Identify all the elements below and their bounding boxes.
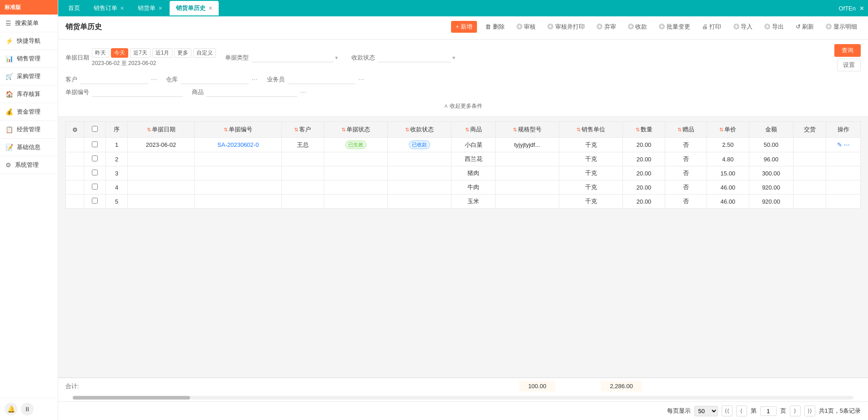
th-collect-status[interactable]: ⇅收款状态 — [388, 122, 452, 138]
export-button[interactable]: ◎ 导出 — [761, 21, 788, 33]
close-window-btn[interactable]: ✕ — [859, 5, 864, 12]
batch-change-button[interactable]: ◎ 批量变更 — [655, 21, 694, 33]
collect-button[interactable]: ◎ 收款 — [624, 21, 651, 33]
row-checkbox[interactable] — [92, 155, 98, 161]
customer-input[interactable] — [80, 75, 148, 84]
th-settings[interactable]: ⚙ — [66, 122, 84, 138]
next-page-btn[interactable]: ⟩ — [790, 405, 801, 416]
nav-tab-sales-history[interactable]: 销货单历史 ✕ — [170, 1, 219, 15]
th-price[interactable]: ⇅单价 — [707, 122, 749, 138]
staff-dots[interactable]: ··· — [358, 75, 364, 84]
cell-actions: ✎⋯ — [826, 138, 861, 152]
date-btn-more[interactable]: 更多 — [174, 48, 191, 58]
cell-spec — [495, 152, 559, 166]
row-checkbox[interactable] — [92, 170, 98, 175]
doc-type-input[interactable] — [251, 53, 333, 62]
th-goods[interactable]: ⇅商品 — [452, 122, 495, 138]
cell-goods: 牛肉 — [452, 180, 495, 195]
nav-tab-sales-goods[interactable]: 销货单 ✕ — [131, 1, 169, 15]
close-sales-order-tab[interactable]: ✕ — [120, 5, 124, 11]
page-size-select[interactable]: 50 10 20 100 — [694, 406, 718, 416]
sidebar-item-base-info[interactable]: 📝 基础信息 — [0, 139, 58, 156]
show-detail-button[interactable]: ◎ 显示明细 — [822, 21, 861, 33]
row-checkbox[interactable] — [92, 198, 98, 204]
refresh-button[interactable]: ↺ 刷新 — [792, 21, 818, 33]
collect-status-input[interactable] — [378, 53, 451, 62]
sidebar-item-purchase-mgmt[interactable]: 🛒 采购管理 — [0, 68, 58, 85]
prev-page-btn[interactable]: ⟨ — [736, 405, 747, 416]
sidebar-item-quick-nav[interactable]: ⚡ 快捷导航 — [0, 32, 58, 50]
select-all-checkbox[interactable] — [92, 126, 98, 132]
audit-button[interactable]: ◎ 审核 — [513, 21, 540, 33]
doc-no-input[interactable] — [92, 88, 183, 97]
last-page-btn[interactable]: ⟩⟩ — [804, 405, 815, 416]
first-page-btn[interactable]: ⟨⟨ — [722, 405, 733, 416]
date-btn-7days[interactable]: 近7天 — [130, 48, 151, 58]
query-button[interactable]: 查询 — [834, 44, 861, 57]
total-records: 共1页，5条记录 — [819, 407, 861, 415]
date-btn-today[interactable]: 今天 — [111, 48, 128, 58]
audit-print-button[interactable]: ◎ 审核并打印 — [544, 21, 588, 33]
doc-no-link[interactable]: SA-20230602-0 — [217, 141, 259, 148]
edit-action[interactable]: ✎ — [837, 141, 842, 148]
th-customer[interactable]: ⇅客户 — [282, 122, 324, 138]
ops-mgmt-icon: 📋 — [5, 126, 13, 133]
date-btn-custom[interactable]: 自定义 — [193, 48, 216, 58]
goods-input[interactable] — [206, 88, 297, 97]
cell-checkbox[interactable] — [84, 138, 106, 152]
date-btn-yesterday[interactable]: 昨天 — [92, 48, 109, 58]
cell-collect-status — [388, 195, 452, 209]
notification-btn[interactable]: 🔔 — [5, 403, 17, 415]
cell-doc-date — [128, 195, 195, 209]
warehouse-dots[interactable]: ··· — [251, 75, 257, 84]
cell-gift: 否 — [665, 138, 707, 152]
horizontal-scrollbar-thumb[interactable] — [73, 396, 190, 400]
doc-status-badge: 已生效 — [345, 140, 366, 149]
th-doc-date[interactable]: ⇅单据日期 — [128, 122, 195, 138]
import-button[interactable]: ◎ 导入 — [730, 21, 757, 33]
cell-checkbox[interactable] — [84, 166, 106, 180]
th-doc-no[interactable]: ⇅单据编号 — [194, 122, 281, 138]
nav-right: OfTEn ✕ — [838, 5, 864, 12]
cell-checkbox[interactable] — [84, 180, 106, 195]
th-unit[interactable]: ⇅销售单位 — [559, 122, 622, 138]
row-checkbox[interactable] — [92, 141, 98, 147]
row-checkbox[interactable] — [92, 184, 98, 190]
close-sales-goods-tab[interactable]: ✕ — [158, 5, 162, 11]
cell-checkbox[interactable] — [84, 152, 106, 166]
more-action[interactable]: ⋯ — [844, 141, 850, 148]
th-spec[interactable]: ⇅规格型号 — [495, 122, 559, 138]
close-sales-history-tab[interactable]: ✕ — [208, 5, 212, 11]
warehouse-input[interactable] — [181, 75, 249, 84]
th-checkbox[interactable] — [84, 122, 106, 138]
th-qty[interactable]: ⇅数量 — [623, 122, 665, 138]
sidebar-item-sys-mgmt[interactable]: ⚙ 系统管理 — [0, 156, 58, 174]
collapse-more-btn[interactable]: ∧ 收起更多条件 — [65, 100, 861, 112]
staff-input[interactable] — [287, 75, 356, 84]
new-button[interactable]: + 新增 — [451, 21, 477, 33]
th-gift[interactable]: ⇅赠品 — [665, 122, 707, 138]
cell-row-num: 1 — [106, 138, 128, 152]
print-button[interactable]: 🖨 打印 — [698, 21, 725, 33]
nav-tab-home[interactable]: 首页 — [62, 1, 86, 15]
sidebar-item-ops-mgmt[interactable]: 📋 经营管理 — [0, 121, 58, 139]
cell-customer: 王总 — [282, 138, 324, 152]
sidebar-item-fund-mgmt[interactable]: 💰 资金管理 — [0, 103, 58, 121]
nav-tab-sales-order[interactable]: 销售订单 ✕ — [87, 1, 130, 15]
cell-checkbox[interactable] — [84, 195, 106, 209]
setting-button[interactable]: 设置 — [837, 59, 861, 71]
goods-dots[interactable]: ··· — [300, 88, 306, 96]
th-doc-status[interactable]: ⇅单据状态 — [324, 122, 387, 138]
sidebar-item-sales-mgmt[interactable]: 📊 销售管理 — [0, 50, 58, 68]
date-btn-1month[interactable]: 近1月 — [152, 48, 173, 58]
sidebar-item-search-menu[interactable]: ☰ 搜索菜单 — [0, 15, 58, 32]
delete-button[interactable]: 🗑 删除 — [482, 21, 508, 33]
filter-doc-type: 单据类型 ▾ — [225, 53, 342, 62]
abandon-button[interactable]: ◎ 弃审 — [593, 21, 620, 33]
horizontal-scrollbar-track[interactable] — [73, 396, 853, 400]
pause-btn[interactable]: ⏸ — [21, 403, 34, 415]
sidebar-item-inventory[interactable]: 🏠 库存核算 — [0, 85, 58, 103]
customer-dots[interactable]: ··· — [151, 75, 157, 84]
page-number-input[interactable] — [760, 406, 777, 416]
filter-collect-status: 收款状态 ▾ — [351, 53, 469, 62]
